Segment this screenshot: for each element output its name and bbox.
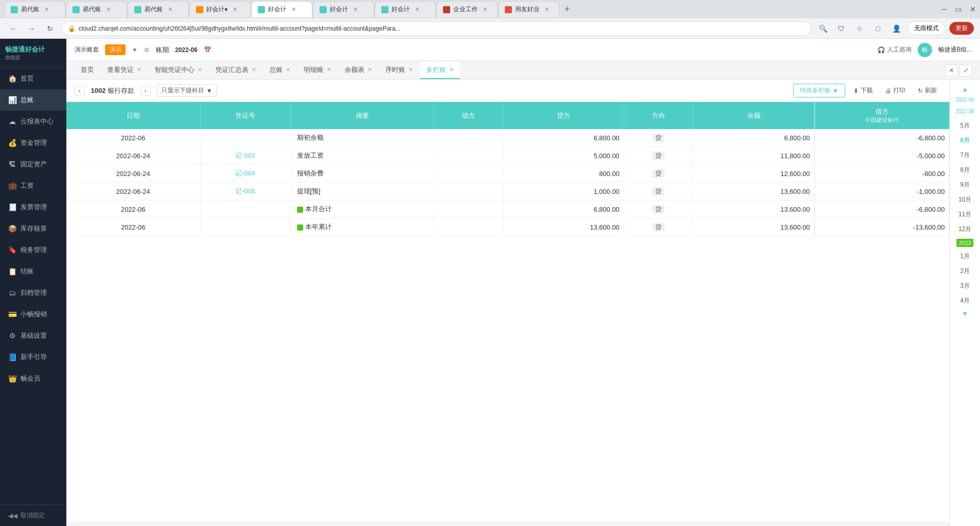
- tab-close-9[interactable]: ✕: [545, 6, 549, 13]
- month-item-2023-3[interactable]: 3月: [950, 279, 980, 293]
- page-tab-voucher[interactable]: 查看凭证 ✕: [101, 62, 148, 79]
- browser-tab-3[interactable]: 易代账 ✕: [128, 1, 189, 17]
- month-item-11[interactable]: 11月: [950, 207, 980, 222]
- gear-icon[interactable]: ⚙: [144, 46, 150, 54]
- shield-icon[interactable]: 🛡: [834, 21, 848, 36]
- next-account-btn[interactable]: ›: [140, 86, 151, 96]
- sidebar-item-archive[interactable]: 🗂 归档管理: [0, 282, 66, 304]
- close-button[interactable]: ✕: [970, 5, 976, 13]
- sidebar-item-ledger[interactable]: 📊 总账: [0, 89, 66, 111]
- extension-icon[interactable]: □: [871, 21, 885, 36]
- month-item-2023-4[interactable]: 4月: [950, 293, 980, 308]
- month-item-10[interactable]: 10月: [950, 192, 980, 207]
- page-tab-smart[interactable]: 智能凭证中心 ✕: [149, 62, 208, 79]
- setting-icon[interactable]: ▼: [132, 46, 138, 54]
- browser-tab-4[interactable]: 好会计♦ ✕: [189, 1, 251, 17]
- calendar-icon[interactable]: 📅: [204, 46, 211, 54]
- page-tab-voucher-close[interactable]: ✕: [137, 66, 141, 73]
- special-ledger-btn[interactable]: 特殊多栏账 ▼: [793, 84, 845, 97]
- account-icon[interactable]: 👤: [889, 21, 903, 36]
- unpin-button[interactable]: ◀◀ 取消固定: [8, 511, 58, 520]
- browser-tab-5[interactable]: 好会计 ✕: [251, 1, 312, 17]
- download-btn[interactable]: ⬇ 下载: [849, 84, 877, 97]
- page-tab-general[interactable]: 总账 ✕: [263, 62, 297, 79]
- page-tab-home[interactable]: 首页: [75, 62, 100, 79]
- page-tab-detail[interactable]: 明细账 ✕: [298, 62, 337, 79]
- stealth-button[interactable]: 无痕模式: [908, 21, 945, 35]
- horizontal-scrollbar[interactable]: [66, 522, 949, 526]
- browser-tab-8[interactable]: 企业工作 ✕: [436, 1, 498, 17]
- page-tab-general-close[interactable]: ✕: [286, 66, 290, 73]
- update-button[interactable]: 更新: [949, 22, 974, 35]
- page-tab-sequence[interactable]: 序时账 ✕: [379, 62, 419, 79]
- tab-close-6[interactable]: ✕: [353, 6, 358, 13]
- star-icon[interactable]: ☆: [852, 21, 867, 36]
- browser-tab-1[interactable]: 易代账 ✕: [4, 1, 65, 17]
- browser-tab-6[interactable]: 好会计 ✕: [313, 1, 374, 17]
- cell-voucher[interactable]: 记-004: [200, 165, 290, 183]
- consultant-button[interactable]: 🎧 人工咨询: [877, 45, 912, 54]
- month-item-9[interactable]: 9月: [950, 178, 980, 192]
- sidebar-item-guide[interactable]: 📘 新手引导: [0, 346, 66, 368]
- tab-close-1[interactable]: ✕: [44, 6, 49, 13]
- browser-tab-2[interactable]: 易代账 ✕: [66, 1, 127, 17]
- tab-close-8[interactable]: ✕: [483, 6, 487, 13]
- month-item-5[interactable]: 5月: [950, 118, 980, 133]
- tab-close-4[interactable]: ✕: [233, 6, 237, 13]
- sidebar-item-close[interactable]: 📋 结账: [0, 261, 66, 282]
- print-btn[interactable]: 🖨 打印: [881, 84, 910, 97]
- page-tab-summary[interactable]: 凭证汇总表 ✕: [209, 62, 262, 79]
- minimize-button[interactable]: ─: [942, 5, 947, 13]
- page-tab-balance[interactable]: 余额表 ✕: [338, 62, 378, 79]
- month-item-2023-1[interactable]: 1月: [950, 249, 980, 264]
- restore-button[interactable]: ▭: [955, 5, 962, 13]
- browser-tab-7[interactable]: 好会计 ✕: [375, 1, 436, 17]
- sidebar-item-tax[interactable]: 🔖 税务管理: [0, 239, 66, 261]
- page-tab-detail-close[interactable]: ✕: [327, 66, 331, 73]
- back-button[interactable]: ←: [6, 21, 20, 36]
- cell-voucher[interactable]: 记-002: [200, 147, 290, 165]
- tab-close-7[interactable]: ✕: [415, 6, 420, 13]
- voucher-link[interactable]: 记-002: [235, 152, 255, 159]
- voucher-link[interactable]: 记-006: [235, 187, 255, 195]
- page-tab-summary-close[interactable]: ✕: [252, 66, 256, 73]
- tab-close-2[interactable]: ✕: [106, 6, 111, 13]
- address-input[interactable]: 🔒 cloud2.chanjet.com/accounting/uh26t264…: [61, 21, 812, 36]
- sidebar-item-member[interactable]: 👑 畅会员: [0, 368, 66, 389]
- expand-tab-btn[interactable]: ⤢: [960, 64, 972, 77]
- cell-voucher[interactable]: 记-006: [200, 183, 290, 201]
- sidebar-item-expense[interactable]: 💳 小畅报销: [0, 304, 66, 325]
- close-tab-btn[interactable]: ✕: [945, 64, 958, 77]
- prev-account-btn[interactable]: ‹: [75, 86, 85, 96]
- month-item-12[interactable]: 12月: [950, 222, 980, 237]
- sidebar-item-cloud[interactable]: ☁ 云报表中心: [0, 111, 66, 132]
- sidebar-item-home[interactable]: 🏠 首页: [0, 68, 66, 89]
- browser-tab-9[interactable]: 用友好业 ✕: [498, 1, 559, 17]
- page-tab-multi[interactable]: 多栏账 ✕: [420, 62, 460, 79]
- sidebar-item-salary[interactable]: 💼 工资: [0, 175, 66, 196]
- month-scroll-down[interactable]: ▼: [950, 308, 980, 319]
- month-item-6[interactable]: 6月: [950, 133, 980, 148]
- new-tab-button[interactable]: +: [560, 2, 574, 16]
- voucher-link[interactable]: 记-004: [235, 169, 255, 177]
- page-tab-sequence-close[interactable]: ✕: [408, 66, 413, 73]
- sidebar-item-invoice[interactable]: 🧾 发票管理: [0, 196, 66, 218]
- search-icon[interactable]: 🔍: [816, 21, 830, 36]
- sub-filter-dropdown[interactable]: 只显示下级科目 ▼: [157, 84, 217, 97]
- month-item-2023-2[interactable]: 2月: [950, 264, 980, 279]
- page-tab-multi-close[interactable]: ✕: [449, 66, 454, 73]
- tab-close-3[interactable]: ✕: [168, 6, 173, 13]
- month-scroll-up[interactable]: ▲: [950, 84, 980, 95]
- month-item-7[interactable]: 7月: [950, 148, 980, 163]
- page-tab-balance-close[interactable]: ✕: [368, 66, 372, 73]
- sidebar-item-settings[interactable]: ⚙ 基础设置: [0, 325, 66, 346]
- sidebar-item-assets[interactable]: 🏗 固定资产: [0, 154, 66, 175]
- refresh-button[interactable]: ↻: [43, 21, 57, 36]
- sidebar-item-inventory[interactable]: 📦 库存核算: [0, 218, 66, 239]
- sidebar-item-finance[interactable]: 💰 资金管理: [0, 132, 66, 154]
- tab-close-5[interactable]: ✕: [291, 6, 296, 13]
- page-tab-smart-close[interactable]: ✕: [198, 66, 202, 73]
- forward-button[interactable]: →: [24, 21, 39, 36]
- month-item-8[interactable]: 8月: [950, 163, 980, 178]
- refresh-btn[interactable]: ↻ 刷新: [914, 84, 941, 97]
